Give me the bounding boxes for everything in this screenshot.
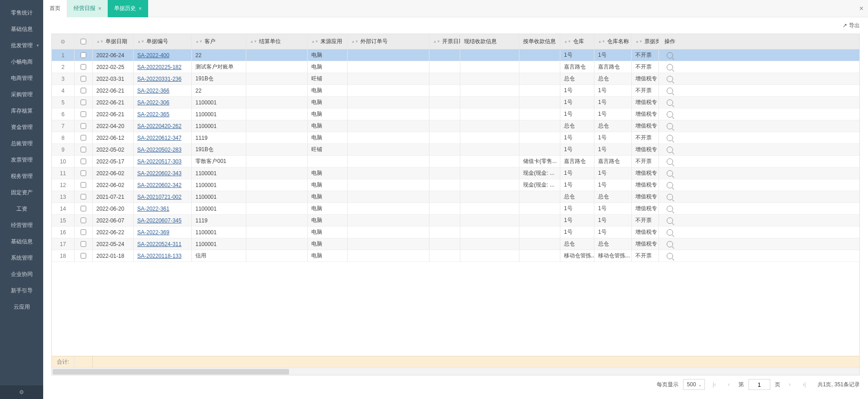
bill-no-link[interactable]: SA-20220612-347 xyxy=(137,135,181,141)
search-icon[interactable] xyxy=(667,241,673,247)
col-external-no[interactable]: ▲▼外部订单号 xyxy=(348,34,429,49)
table-row[interactable]: 42022-06-21SA-2022-36622电脑1号1号不开票 xyxy=(52,85,859,97)
row-select[interactable] xyxy=(75,108,93,120)
next-page-button[interactable]: › xyxy=(785,379,795,389)
bill-no-link[interactable]: SA-20220420-262 xyxy=(137,123,181,129)
row-checkbox[interactable] xyxy=(80,135,86,140)
row-checkbox[interactable] xyxy=(80,170,86,176)
row-checkbox[interactable] xyxy=(80,206,86,211)
tab-home[interactable]: 首页 xyxy=(43,0,67,17)
bill-no-link[interactable]: SA-20210721-002 xyxy=(137,194,181,200)
bill-no-link[interactable]: SA-2022-306 xyxy=(137,99,170,106)
per-page-select[interactable]: 500 ⌄ xyxy=(683,379,705,390)
cell-ops[interactable] xyxy=(659,144,681,155)
col-per-order-info[interactable]: 按单收款信息 xyxy=(519,34,560,49)
col-invoice-date[interactable]: ▲▼开票日期 xyxy=(429,34,460,49)
sidebar-item-3[interactable]: 小畅电商 xyxy=(0,54,43,70)
first-page-button[interactable]: |‹ xyxy=(709,379,719,389)
search-icon[interactable] xyxy=(667,123,673,129)
table-row[interactable]: 122022-06-02SA-20220602-3421100001电脑现金(现… xyxy=(52,179,859,191)
row-select[interactable] xyxy=(75,238,93,250)
cell-ops[interactable] xyxy=(659,215,681,226)
search-icon[interactable] xyxy=(667,135,673,141)
sidebar-item-2[interactable]: 批发管理▼ xyxy=(0,37,43,54)
sidebar-item-15[interactable]: 系统管理 xyxy=(0,250,43,266)
cell-bill-no[interactable]: SA-2022-306 xyxy=(134,97,192,108)
table-row[interactable]: 92022-05-02SA-20220502-283191B仓旺铺1号1号增值税… xyxy=(52,144,859,156)
search-icon[interactable] xyxy=(667,194,673,200)
close-icon[interactable]: × xyxy=(139,5,142,12)
cell-bill-no[interactable]: SA-2022-361 xyxy=(134,203,192,214)
search-icon[interactable] xyxy=(667,88,673,94)
cell-bill-no[interactable]: SA-20210721-002 xyxy=(134,191,192,202)
table-row[interactable]: 182022-01-18SA-20220118-133信用电脑移动仓管拣...移… xyxy=(52,250,859,262)
row-select[interactable] xyxy=(75,61,93,73)
col-select-all[interactable] xyxy=(75,34,93,49)
row-select[interactable] xyxy=(75,73,93,84)
cell-bill-no[interactable]: SA-20220331-236 xyxy=(134,73,192,84)
cell-bill-no[interactable]: SA-2022-365 xyxy=(134,108,192,120)
col-ticket-type[interactable]: ▲▼票据类 xyxy=(632,34,659,49)
sidebar-item-1[interactable]: 基础信息 xyxy=(0,21,43,37)
sidebar-item-18[interactable]: 云应用 xyxy=(0,299,43,315)
sidebar-item-17[interactable]: 新手引导 xyxy=(0,282,43,299)
cell-ops[interactable] xyxy=(659,156,681,167)
row-checkbox[interactable] xyxy=(80,194,86,199)
export-button[interactable]: ↗ 导出 xyxy=(843,22,860,30)
row-select[interactable] xyxy=(75,156,93,167)
horizontal-scrollbar[interactable] xyxy=(52,368,859,375)
row-select[interactable] xyxy=(75,167,93,179)
search-icon[interactable] xyxy=(667,206,673,212)
scrollbar-thumb[interactable] xyxy=(53,369,289,374)
row-checkbox[interactable] xyxy=(80,111,86,117)
row-checkbox[interactable] xyxy=(80,217,86,223)
bill-no-link[interactable]: SA-20220502-283 xyxy=(137,147,181,153)
col-settle-unit[interactable]: ▲▼结算单位 xyxy=(246,34,308,49)
cell-ops[interactable] xyxy=(659,179,681,191)
tab-bill-history[interactable]: 单据历史 × xyxy=(108,0,148,17)
search-icon[interactable] xyxy=(667,76,673,82)
search-icon[interactable] xyxy=(667,64,673,70)
cell-bill-no[interactable]: SA-20220524-311 xyxy=(134,238,192,250)
col-bill-date[interactable]: ▲▼单据日期 xyxy=(93,34,134,49)
cell-ops[interactable] xyxy=(659,167,681,179)
sidebar-item-10[interactable]: 税务管理 xyxy=(0,168,43,184)
cell-bill-no[interactable]: SA-20220420-262 xyxy=(134,120,192,132)
row-select[interactable] xyxy=(75,49,93,61)
table-row[interactable]: 12022-06-24SA-2022-40022电脑1号1号不开票 xyxy=(52,49,859,61)
cell-bill-no[interactable]: SA-20220612-347 xyxy=(134,132,192,143)
table-row[interactable]: 22022-02-25SA-20220225-182测试客户对账单电脑嘉言路仓嘉… xyxy=(52,61,859,73)
table-row[interactable]: 102022-05-17SA-20220517-303零散客户001储值卡(零售… xyxy=(52,156,859,167)
cell-bill-no[interactable]: SA-2022-369 xyxy=(134,227,192,238)
cell-bill-no[interactable]: SA-20220607-345 xyxy=(134,215,192,226)
cell-ops[interactable] xyxy=(659,108,681,120)
bill-no-link[interactable]: SA-2022-369 xyxy=(137,229,170,236)
table-row[interactable]: 142022-06-20SA-2022-3611100001电脑1号1号增值税专 xyxy=(52,203,859,215)
search-icon[interactable] xyxy=(667,158,673,165)
bill-no-link[interactable]: SA-2022-366 xyxy=(137,88,170,94)
search-icon[interactable] xyxy=(667,147,673,153)
row-select[interactable] xyxy=(75,85,93,96)
tab-report[interactable]: 经营日报 × xyxy=(67,0,108,17)
cell-bill-no[interactable]: SA-20220502-283 xyxy=(134,144,192,155)
cell-ops[interactable] xyxy=(659,203,681,214)
bill-no-link[interactable]: SA-20220602-342 xyxy=(137,182,181,188)
col-warehouse[interactable]: ▲▼仓库 xyxy=(560,34,594,49)
row-checkbox[interactable] xyxy=(80,99,86,105)
row-checkbox[interactable] xyxy=(80,229,86,235)
col-warehouse-name[interactable]: ▲▼仓库名称 xyxy=(594,34,632,49)
col-cash-info[interactable]: 现结收款信息 xyxy=(460,34,519,49)
row-select[interactable] xyxy=(75,120,93,132)
sidebar-item-8[interactable]: 总账管理 xyxy=(0,135,43,152)
bill-no-link[interactable]: SA-2022-365 xyxy=(137,111,170,118)
bill-no-link[interactable]: SA-20220225-182 xyxy=(137,64,181,70)
sidebar-item-16[interactable]: 企业协同 xyxy=(0,266,43,282)
row-checkbox[interactable] xyxy=(80,158,86,164)
bill-no-link[interactable]: SA-20220607-345 xyxy=(137,217,181,224)
cell-ops[interactable] xyxy=(659,132,681,143)
table-row[interactable]: 62022-06-21SA-2022-3651100001电脑1号1号增值税专 xyxy=(52,108,859,120)
row-checkbox[interactable] xyxy=(80,147,86,152)
cell-ops[interactable] xyxy=(659,49,681,61)
search-icon[interactable] xyxy=(667,170,673,177)
bill-no-link[interactable]: SA-20220118-133 xyxy=(137,253,181,259)
